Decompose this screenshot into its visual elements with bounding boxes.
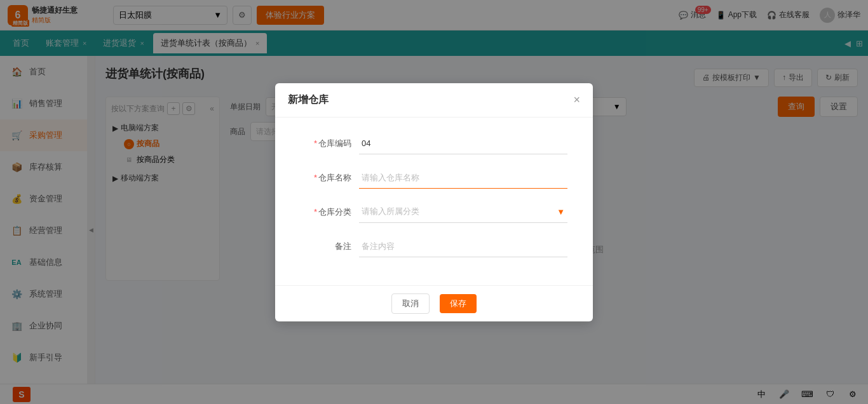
cancel-button[interactable]: 取消 — [391, 293, 430, 314]
dialog-header: 新增仓库 × — [275, 83, 593, 118]
modal-overlay[interactable]: 新增仓库 × 仓库编码 仓库名称 仓库分类 请输入所属分类 ▼ — [0, 0, 868, 404]
dialog-title: 新增仓库 — [288, 93, 329, 107]
dialog-body: 仓库编码 仓库名称 仓库分类 请输入所属分类 ▼ 备注 — [275, 118, 593, 285]
dialog-add-warehouse: 新增仓库 × 仓库编码 仓库名称 仓库分类 请输入所属分类 ▼ — [275, 83, 593, 321]
category-label: 仓库分类 — [301, 206, 351, 218]
dialog-footer: 取消 保存 — [275, 285, 593, 321]
code-input[interactable] — [359, 133, 567, 154]
dialog-close-button[interactable]: × — [573, 94, 580, 105]
category-chevron-icon: ▼ — [557, 207, 565, 217]
form-row-remark: 备注 — [301, 236, 567, 257]
save-button[interactable]: 保存 — [440, 294, 477, 313]
form-row-category: 仓库分类 请输入所属分类 ▼ — [301, 201, 567, 223]
name-label: 仓库名称 — [301, 172, 351, 184]
category-select[interactable]: 请输入所属分类 ▼ — [359, 201, 567, 223]
remark-label: 备注 — [301, 241, 351, 252]
category-placeholder: 请输入所属分类 — [362, 206, 419, 217]
form-row-code: 仓库编码 — [301, 133, 567, 154]
name-input[interactable] — [359, 167, 567, 189]
remark-input[interactable] — [359, 236, 567, 257]
code-label: 仓库编码 — [301, 138, 351, 149]
form-row-name: 仓库名称 — [301, 167, 567, 189]
